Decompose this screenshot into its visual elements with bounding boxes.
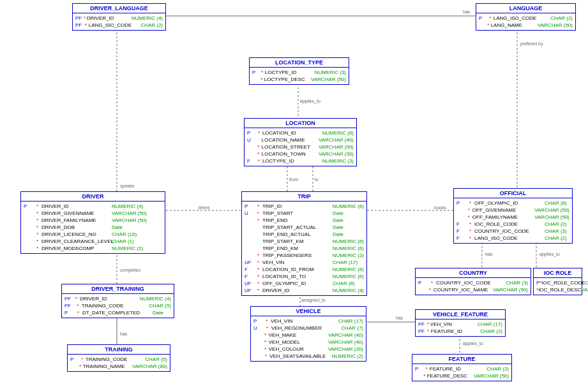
- rel-to: to: [315, 177, 319, 182]
- title: LANGUAGE: [476, 4, 575, 13]
- entity-vehicle: VEHICLE P*VEH_VINCHAR (17)U*VEH_REGONUMB…: [250, 306, 366, 362]
- title: VEHICLE_FEATURE: [416, 310, 505, 319]
- entity-country: COUNTRY P*COUNTRY_IOC_CODECHAR (3)*COUNT…: [415, 268, 531, 295]
- rel-applies3: applies_to: [539, 252, 560, 256]
- entity-language: LANGUAGE P*LANG_ISO_CODECHAR (2)*LANG_NA…: [476, 3, 576, 31]
- rel-has2: has: [485, 252, 492, 256]
- body: PF*DRIVER_IDNUMERIC (4)PF*LANG_ISO_CODEC…: [73, 13, 165, 30]
- title: OFFICIAL: [454, 189, 572, 198]
- rel-speaks: speaks: [120, 184, 134, 188]
- title: FEATURE: [412, 355, 511, 364]
- body: P*COUNTRY_IOC_CODECHAR (3)*COUNTRY_IOC_N…: [416, 278, 531, 295]
- body: P*TRIP_IDNUMERIC (6)U*TRIP_STARTDate*TRI…: [242, 202, 366, 295]
- rel-has: has: [463, 10, 470, 14]
- rel-applies1: applies_to: [300, 99, 320, 103]
- rel-drives: drives: [198, 205, 210, 210]
- rel-assigned: assigned_to: [301, 298, 326, 302]
- entity-location: LOCATION P*LOCATION_IDNUMERIC (6)ULOCATI…: [244, 118, 357, 166]
- body: P*LANG_ISO_CODECHAR (2)*LANG_NAMEVARCHAR…: [476, 13, 575, 30]
- body: P*LOCTYPE_IDNUMERIC (3)*LOCTYPE_DESCVARC…: [250, 68, 349, 84]
- rel-has3: has: [120, 332, 127, 336]
- title: TRIP: [242, 192, 366, 202]
- title: VEHICLE: [251, 307, 366, 316]
- entity-ioc-role: IOC ROLE P*IOC_ROLE_CODECHAR (2)*IOC_ROL…: [533, 268, 582, 295]
- body: P*VEH_VINCHAR (17)U*VEH_REGONUMBERCHAR (…: [251, 316, 366, 361]
- entity-feature: FEATURE P*FEATURE_IDCHAR (2)*FEATURE_DES…: [412, 354, 512, 381]
- body: P*IOC_ROLE_CODECHAR (2)*IOC_ROLE_DESCVAR…: [534, 278, 582, 295]
- body: PF*DRIVER_IDNUMERIC (4)PF*TRAINING_CODEC…: [62, 294, 174, 318]
- entity-driver: DRIVER P*DRIVER_IDNUMERIC (4)*DRIVER_GIV…: [20, 191, 165, 254]
- rel-completes: completes: [120, 268, 140, 272]
- title: TRAINING: [68, 345, 170, 355]
- body: P*LOCATION_IDNUMERIC (6)ULOCATION_NAMEVA…: [245, 128, 356, 166]
- entity-driver-training: DRIVER_TRAINING PF*DRIVER_IDNUMERIC (4)P…: [61, 284, 174, 318]
- entity-location-type: LOCATION_TYPE P*LOCTYPE_IDNUMERIC (3)*LO…: [249, 57, 349, 85]
- rel-books: books: [434, 205, 446, 210]
- entity-vehicle-feature: VEHICLE_FEATURE PF*VEH_VINCHAR (17)PF*FE…: [415, 309, 506, 337]
- title: LOCATION: [245, 119, 356, 128]
- body: P*DRIVER_IDNUMERIC (4)*DRIVER_GIVENNAMEV…: [21, 202, 165, 253]
- body: P*TRAINING_CODECHAR (5)*TRAINING_NAMEVAR…: [68, 355, 170, 371]
- rel-has4: has: [396, 316, 403, 320]
- rel-prefered: prefered by: [520, 41, 543, 46]
- entity-driver-language: DRIVER_LANGUAGE PF*DRIVER_IDNUMERIC (4)P…: [72, 3, 166, 31]
- entity-training: TRAINING P*TRAINING_CODECHAR (5)*TRAININ…: [67, 344, 170, 372]
- title: IOC ROLE: [534, 268, 582, 278]
- title: DRIVER_TRAINING: [62, 284, 174, 294]
- title: DRIVER: [21, 192, 165, 202]
- entity-trip: TRIP P*TRIP_IDNUMERIC (6)U*TRIP_STARTDat…: [241, 191, 367, 296]
- title: DRIVER_LANGUAGE: [73, 4, 165, 13]
- title: LOCATION_TYPE: [250, 58, 349, 68]
- rel-applies2: applies_to: [463, 341, 483, 346]
- body: P*OFF_OLYMPIC_IDCHAR (8)*OFF_GIVENNAMEVA…: [454, 198, 572, 243]
- title: COUNTRY: [416, 268, 531, 278]
- body: PF*VEH_VINCHAR (17)PF*FEATURE_IDCHAR (2): [416, 319, 505, 336]
- entity-official: OFFICIAL P*OFF_OLYMPIC_IDCHAR (8)*OFF_GI…: [453, 188, 573, 244]
- body: P*FEATURE_IDCHAR (2)*FEATURE_DESCVARCHAR…: [412, 364, 511, 381]
- rel-from: from: [289, 177, 298, 182]
